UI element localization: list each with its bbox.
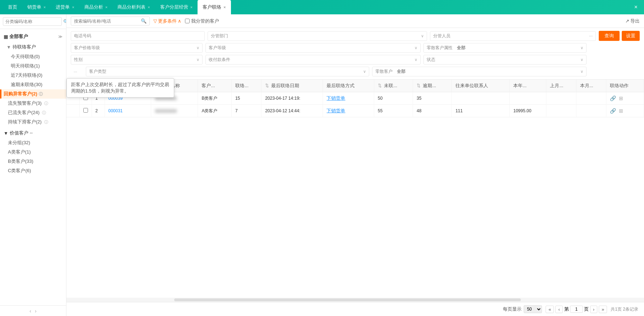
scrollbar-thumb[interactable] bbox=[174, 298, 521, 301]
page-input[interactable] bbox=[570, 306, 583, 313]
retail-value: 全部 bbox=[397, 69, 406, 75]
nav-product-analysis-list[interactable]: 商品分析列表 × bbox=[112, 0, 155, 14]
col-overdue[interactable]: ⇅ 逾期... bbox=[413, 80, 452, 92]
filter-search-input[interactable] bbox=[74, 19, 139, 24]
nav-sales[interactable]: 销货单 × bbox=[22, 0, 51, 14]
row2-this-month bbox=[576, 105, 606, 117]
close-product-analysis-icon[interactable]: × bbox=[105, 5, 107, 9]
sidebar-nav-right-icon[interactable]: › bbox=[35, 308, 37, 314]
close-sales-icon[interactable]: × bbox=[43, 5, 46, 9]
action-btns: 查询 设置 bbox=[599, 31, 640, 41]
filter-more-btn[interactable]: ··· bbox=[71, 68, 80, 76]
close-product-list-icon[interactable]: × bbox=[148, 5, 150, 9]
pending-contact-header[interactable]: ▼ 待联络客户 bbox=[3, 42, 66, 52]
sidebar-class-a[interactable]: A类客户(1) bbox=[0, 147, 66, 157]
close-all-tabs[interactable]: × bbox=[631, 4, 641, 10]
horizontal-scrollbar[interactable] bbox=[66, 298, 644, 302]
filter-icon: ▽ bbox=[153, 18, 157, 24]
query-btn[interactable]: 查询 bbox=[599, 31, 620, 41]
last-page-btn[interactable]: » bbox=[599, 306, 607, 313]
col-not-contact[interactable]: ⇅ 未联... bbox=[374, 80, 413, 92]
sidebar-search-input[interactable] bbox=[3, 17, 62, 26]
filter-retail-attr[interactable]: 零散客户属性 全部 ∨ bbox=[423, 43, 587, 53]
continuous-down-info-icon[interactable]: ⓘ bbox=[44, 120, 48, 124]
sidebar-tomorrow-pending[interactable]: 明天待联络(1) bbox=[3, 61, 66, 71]
filter-gender[interactable]: 性别 ∨ bbox=[71, 55, 203, 65]
col-customer-type[interactable]: 客户... bbox=[198, 80, 232, 92]
col-last-month[interactable]: 上月... bbox=[546, 80, 576, 92]
collapse-icon[interactable]: ≫ bbox=[58, 34, 62, 39]
nav-product-analysis[interactable]: 商品分析 × bbox=[79, 0, 112, 14]
row2-name: XXXXXXX bbox=[151, 105, 198, 117]
sidebar-lost-predicted[interactable]: 流失预警客户(3) ⓘ bbox=[0, 99, 66, 108]
already-lost-info-icon[interactable]: ⓘ bbox=[42, 110, 46, 115]
prev-page-btn[interactable]: ‹ bbox=[555, 306, 562, 313]
first-page-btn[interactable]: « bbox=[546, 306, 554, 313]
sidebar-search-icon[interactable]: 🔍 bbox=[63, 19, 66, 24]
customer-level-arrow-icon: ∨ bbox=[414, 46, 417, 50]
more-conditions-btn[interactable]: ▽ 更多条件 ∧ bbox=[153, 18, 181, 24]
sidebar-class-b[interactable]: B类客户(33) bbox=[0, 157, 66, 166]
filter-dept[interactable]: 分管部门 ∨ bbox=[208, 31, 427, 41]
col-this-year[interactable]: 本年... bbox=[510, 80, 546, 92]
export-btn[interactable]: ↗ 导出 bbox=[625, 18, 640, 24]
row2-overdue: 48 bbox=[413, 105, 452, 117]
sidebar-nav-left-icon[interactable]: ‹ bbox=[29, 308, 31, 314]
row1-link-icon[interactable]: 🔗 bbox=[610, 95, 616, 101]
row1-last-month bbox=[546, 92, 576, 105]
sidebar-already-lost[interactable]: 已流失客户(24) ⓘ bbox=[0, 108, 66, 117]
filter-retail[interactable]: 零散客户 全部 ∨ bbox=[372, 67, 587, 76]
row2-checkbox[interactable] bbox=[79, 105, 92, 117]
close-contact-icon[interactable]: × bbox=[223, 5, 226, 9]
row2-grid-icon[interactable]: ⊞ bbox=[619, 108, 623, 114]
row2-last-contact-method[interactable]: 下销货单 bbox=[323, 105, 374, 117]
filter-search-icon[interactable]: 🔍 bbox=[141, 18, 147, 24]
row1-grid-icon[interactable]: ⊞ bbox=[619, 95, 623, 101]
col-contact[interactable]: 联络... bbox=[231, 80, 261, 92]
filter-search-box: 🔍 bbox=[71, 16, 150, 25]
row2-code[interactable]: 000031 bbox=[105, 105, 151, 117]
sidebar-7day-pending[interactable]: 近7天待联络(0) bbox=[3, 71, 66, 80]
sidebar-all-customers[interactable]: ▦ 全部客户 ≫ bbox=[0, 31, 66, 42]
col-unit-contact[interactable]: 往来单位联系人 bbox=[452, 80, 510, 92]
repurchase-info-icon[interactable]: ⓘ bbox=[39, 91, 43, 97]
customer-value-edit-icon[interactable]: ✏ bbox=[30, 131, 33, 136]
col-last-contact-method[interactable]: 最后联络方式 bbox=[323, 80, 374, 92]
lost-predicted-info-icon[interactable]: ⓘ bbox=[44, 101, 48, 105]
sidebar-overdue-pending[interactable]: 逾期未联络(30) bbox=[3, 80, 66, 89]
filter-price-level[interactable]: 客户价格等级 ∨ bbox=[71, 43, 203, 53]
col-this-month[interactable]: 本月... bbox=[576, 80, 606, 92]
per-page-select[interactable]: 50 20 100 bbox=[524, 305, 542, 313]
nav-purchase[interactable]: 进货单 × bbox=[51, 0, 79, 14]
row2-link-icon[interactable]: 🔗 bbox=[610, 108, 616, 114]
filter-customer-level[interactable]: 客户等级 ∨ bbox=[205, 43, 421, 53]
nav-customer-segment[interactable]: 客户分层经营 × bbox=[155, 0, 198, 14]
filter-status[interactable]: 状态 ∨ bbox=[423, 55, 587, 65]
page-current: 第 页 bbox=[564, 306, 589, 313]
close-purchase-icon[interactable]: × bbox=[72, 5, 74, 9]
filter-phone[interactable]: 电话号码 bbox=[71, 31, 205, 41]
customer-value-header[interactable]: ▼ 价值客户 ✏ bbox=[0, 128, 66, 138]
row2-unit-contact: 111 bbox=[452, 105, 510, 117]
retail-arrow-icon: ∨ bbox=[580, 69, 583, 74]
col-last-contact-date[interactable]: ⇅ 最后联络日期 bbox=[261, 80, 323, 92]
nav-home[interactable]: 首页 bbox=[3, 0, 22, 14]
row2-actions: 🔗 ⊞ bbox=[606, 105, 644, 117]
nav-customer-contact[interactable]: 客户联络 × bbox=[198, 0, 231, 14]
settings-btn[interactable]: 设置 bbox=[622, 31, 640, 41]
sidebar-ungroup[interactable]: 未分组(32) bbox=[0, 138, 66, 147]
sidebar-repurchase-abnormal[interactable]: 回购异常客户(2) ⓘ bbox=[0, 89, 66, 99]
next-page-btn[interactable]: › bbox=[590, 306, 597, 313]
manager-more-icon[interactable]: ··· bbox=[589, 33, 593, 38]
filter-manager[interactable]: 分管人员 ··· bbox=[430, 31, 596, 41]
close-segment-icon[interactable]: × bbox=[190, 5, 193, 9]
row1-last-contact-method[interactable]: 下销货单 bbox=[323, 92, 374, 105]
filter-customer-type[interactable]: 客户类型 ∨ bbox=[86, 67, 369, 76]
sidebar-continuous-down[interactable]: 持续下滑客户(2) ⓘ bbox=[0, 117, 66, 127]
sidebar-class-c[interactable]: C类客户(6) bbox=[0, 166, 66, 175]
my-customers-checkbox[interactable] bbox=[185, 19, 190, 23]
sidebar-today-pending[interactable]: 今天待联络(0) bbox=[3, 52, 66, 61]
filter-payment-terms[interactable]: 收付款条件 ∨ bbox=[205, 55, 421, 65]
row2-check[interactable] bbox=[83, 108, 88, 113]
export-icon: ↗ bbox=[625, 18, 629, 24]
